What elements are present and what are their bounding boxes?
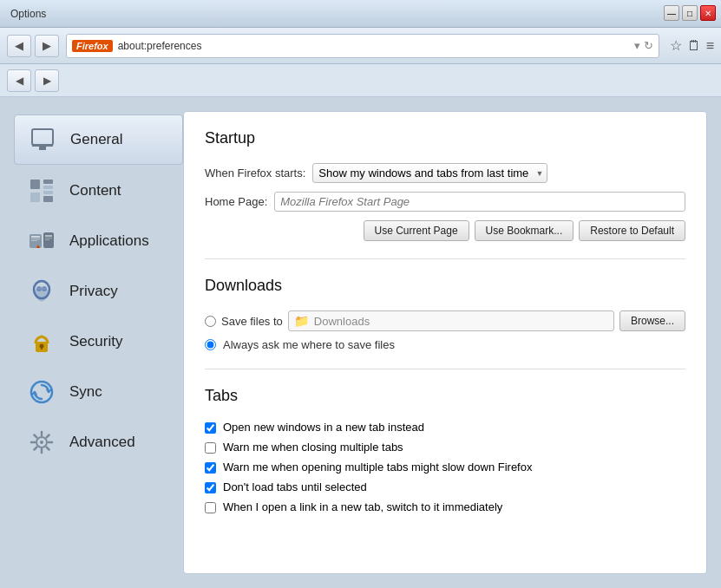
tab-checkbox-input-0[interactable] <box>205 422 216 434</box>
svg-rect-0 <box>32 129 53 145</box>
sidebar-label-security: Security <box>69 333 122 350</box>
homepage-row: Home Page: <box>205 192 685 212</box>
dropdown-icon[interactable]: ▾ <box>634 39 640 52</box>
menu-icon[interactable]: ≡ <box>706 38 714 54</box>
minimize-button[interactable]: — <box>664 5 679 21</box>
tab-checkbox-0: Open new windows in a new tab instead <box>205 421 685 434</box>
window-title: Options <box>10 8 46 20</box>
toolbar-back-button[interactable]: ◀ <box>7 69 31 92</box>
homepage-label: Home Page: <box>205 195 267 208</box>
sidebar-item-privacy[interactable]: Privacy <box>14 267 183 316</box>
tab-checkbox-label-3: Don't load tabs until selected <box>223 480 367 493</box>
use-current-page-button[interactable]: Use Current Page <box>364 220 469 241</box>
section-divider-1 <box>205 258 685 259</box>
tabs-section-title: Tabs <box>205 387 685 408</box>
advanced-icon <box>26 427 57 458</box>
svg-line-30 <box>35 435 37 438</box>
sidebar-item-content[interactable]: Content <box>14 167 183 215</box>
tab-checkbox-label-2: Warn me when opening multiple tabs might… <box>223 461 532 474</box>
sidebar-label-content: Content <box>69 182 121 199</box>
svg-rect-7 <box>43 191 53 194</box>
sidebar-label-sync: Sync <box>69 383 102 401</box>
window-controls: — □ ✕ <box>664 5 716 21</box>
browse-button[interactable]: Browse... <box>619 310 685 331</box>
svg-rect-3 <box>30 180 40 189</box>
general-icon <box>27 124 58 155</box>
close-button[interactable]: ✕ <box>700 5 716 21</box>
content-icon <box>26 175 57 206</box>
content-panel: Startup When Firefox starts: Show my win… <box>183 111 707 574</box>
svg-rect-4 <box>30 193 40 202</box>
tab-checkbox-label-4: When I open a link in a new tab, switch … <box>223 500 502 513</box>
tab-checkbox-input-2[interactable] <box>205 462 216 474</box>
toolbar-forward-button[interactable]: ▶ <box>35 69 59 92</box>
always-ask-radio[interactable] <box>205 339 216 350</box>
tab-checkbox-1: Warn me when closing multiple tabs <box>205 441 685 454</box>
sidebar-label-applications: Applications <box>69 232 149 250</box>
startup-select-wrapper: Show my windows and tabs from last time <box>312 163 547 183</box>
tab-checkbox-input-1[interactable] <box>205 442 216 454</box>
sidebar-item-advanced[interactable]: Advanced <box>14 418 183 467</box>
downloads-section-title: Downloads <box>205 277 685 298</box>
svg-rect-11 <box>31 238 40 239</box>
svg-line-33 <box>35 448 37 450</box>
sidebar-label-general: General <box>70 131 122 148</box>
restore-default-button[interactable]: Restore to Default <box>579 220 685 241</box>
forward-button[interactable]: ▶ <box>35 35 59 57</box>
downloads-folder-text: Downloads <box>314 315 370 328</box>
sidebar-item-general[interactable]: General <box>14 114 183 165</box>
tab-checkbox-input-4[interactable] <box>205 502 216 513</box>
address-text: about:preferences <box>118 40 634 52</box>
folder-icon: 📁 <box>294 314 309 328</box>
download-folder-field: 📁 Downloads <box>288 310 614 331</box>
refresh-icon[interactable]: ↻ <box>644 39 653 52</box>
privacy-icon <box>26 276 57 307</box>
applications-icon <box>26 225 57 257</box>
sidebar-label-advanced: Advanced <box>69 434 135 451</box>
when-firefox-starts-label: When Firefox starts: <box>205 167 305 180</box>
tab-checkbox-label-1: Warn me when closing multiple tabs <box>223 441 403 454</box>
sidebar-item-security[interactable]: Security <box>14 317 183 366</box>
address-bar[interactable]: Firefox about:preferences ▾ ↻ <box>66 34 659 58</box>
svg-point-18 <box>36 286 42 291</box>
tab-checkbox-label-0: Open new windows in a new tab instead <box>223 421 424 434</box>
browser-window: Options — □ ✕ ◀ ▶ Firefox about:preferen… <box>0 0 721 588</box>
maximize-button[interactable]: □ <box>682 5 698 21</box>
startup-section-title: Startup <box>205 129 685 151</box>
svg-rect-14 <box>45 235 52 237</box>
svg-rect-1 <box>32 145 53 147</box>
sidebar-item-sync[interactable]: Sync <box>14 368 183 416</box>
sidebar: General Content <box>14 111 183 574</box>
startup-select[interactable]: Show my windows and tabs from last time <box>312 163 547 183</box>
startup-btn-row: Use Current Page Use Bookmark... Restore… <box>205 220 685 241</box>
sidebar-item-applications[interactable]: Applications <box>14 217 183 265</box>
svg-rect-8 <box>43 196 53 202</box>
back-button[interactable]: ◀ <box>7 35 31 57</box>
always-ask-row: Always ask me where to save files <box>205 338 685 351</box>
tab-checkbox-3: Don't load tabs until selected <box>205 480 685 493</box>
always-ask-label: Always ask me where to save files <box>223 338 395 351</box>
nav-icons: ☆ 🗒 ≡ <box>670 37 714 54</box>
bookmark-star-icon[interactable]: ☆ <box>670 37 682 54</box>
save-files-radio[interactable] <box>205 316 216 327</box>
save-files-label: Save files to <box>221 315 283 328</box>
title-bar: Options — □ ✕ <box>0 0 721 28</box>
tab-checkbox-input-3[interactable] <box>205 482 216 493</box>
svg-rect-5 <box>43 180 53 184</box>
svg-rect-12 <box>31 240 37 241</box>
use-bookmark-button[interactable]: Use Bookmark... <box>475 220 574 241</box>
sidebar-label-privacy: Privacy <box>69 283 118 300</box>
save-files-row: Save files to 📁 Downloads Browse... <box>205 310 685 331</box>
homepage-input[interactable] <box>274 192 685 212</box>
svg-rect-6 <box>43 186 53 189</box>
svg-point-19 <box>42 286 47 291</box>
svg-rect-22 <box>41 346 43 350</box>
svg-rect-10 <box>31 236 40 238</box>
clipboard-icon[interactable]: 🗒 <box>687 38 701 54</box>
svg-line-32 <box>47 435 49 438</box>
tab-checkbox-2: Warn me when opening multiple tabs might… <box>205 461 685 474</box>
tab-checkbox-4: When I open a link in a new tab, switch … <box>205 500 685 513</box>
svg-rect-15 <box>45 238 52 238</box>
toolbar-row: ◀ ▶ <box>0 64 721 97</box>
firefox-badge: Firefox <box>72 40 113 52</box>
